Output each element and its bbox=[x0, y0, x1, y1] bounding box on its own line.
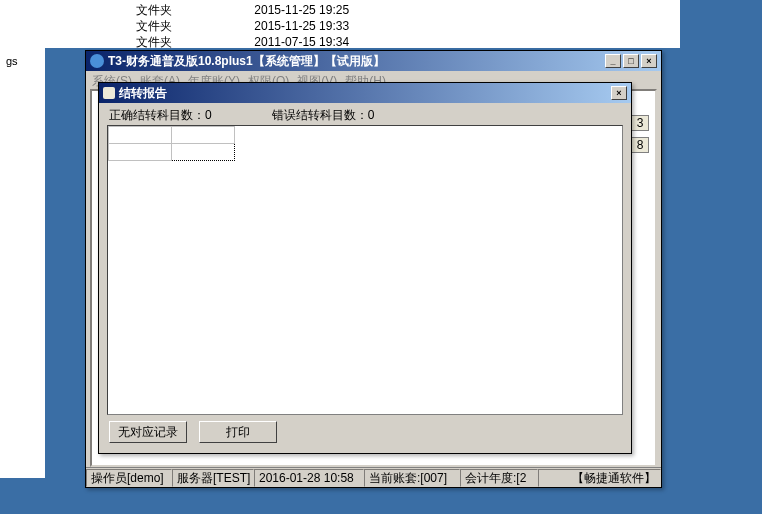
desktop-left-bg bbox=[0, 0, 45, 478]
side-badge-2[interactable]: 8 bbox=[631, 137, 649, 153]
grid-cell[interactable] bbox=[109, 144, 172, 161]
error-count-label: 错误结转科目数：0 bbox=[272, 107, 375, 121]
file-row[interactable]: 文件夹 2015-11-25 19:25 bbox=[136, 2, 349, 19]
dialog-close-button[interactable]: × bbox=[611, 86, 627, 100]
close-button[interactable]: × bbox=[641, 54, 657, 68]
grid-cell-selected[interactable] bbox=[172, 144, 235, 161]
file-type: 文件夹 bbox=[136, 34, 251, 51]
dialog-icon bbox=[103, 87, 115, 99]
status-year: 会计年度:[2 bbox=[460, 469, 538, 487]
file-row[interactable]: 文件夹 2015-11-25 19:33 bbox=[136, 18, 349, 35]
file-row[interactable]: 文件夹 2011-07-15 19:34 bbox=[136, 34, 349, 51]
grid-cell[interactable] bbox=[109, 127, 172, 144]
maximize-button[interactable]: □ bbox=[623, 54, 639, 68]
grid-cell[interactable] bbox=[172, 127, 235, 144]
file-date: 2015-11-25 19:33 bbox=[254, 19, 349, 33]
print-button[interactable]: 打印 bbox=[199, 421, 277, 443]
status-account: 当前账套:[007] bbox=[364, 469, 460, 487]
gs-text: gs bbox=[6, 55, 18, 67]
side-badge-1[interactable]: 3 bbox=[631, 115, 649, 131]
app-icon bbox=[90, 54, 104, 68]
dialog-stats: 正确结转科目数：0 错误结转科目数：0 bbox=[99, 103, 631, 125]
minimize-button[interactable]: _ bbox=[605, 54, 621, 68]
status-datetime: 2016-01-28 10:58 bbox=[254, 469, 364, 487]
file-type: 文件夹 bbox=[136, 18, 251, 35]
report-dialog: 结转报告 × 正确结转科目数：0 错误结转科目数：0 无对应记录 打印 bbox=[98, 82, 632, 454]
file-date: 2015-11-25 19:25 bbox=[254, 3, 349, 17]
correct-count-label: 正确结转科目数：0 bbox=[109, 107, 212, 121]
data-grid[interactable] bbox=[108, 126, 235, 161]
file-date: 2011-07-15 19:34 bbox=[254, 35, 349, 49]
no-records-button[interactable]: 无对应记录 bbox=[109, 421, 187, 443]
main-titlebar[interactable]: T3-财务通普及版10.8plus1【系统管理】【试用版】 _ □ × bbox=[86, 51, 661, 71]
dialog-titlebar[interactable]: 结转报告 × bbox=[99, 83, 631, 103]
statusbar: 操作员[demo] 服务器[TEST] 2016-01-28 10:58 当前账… bbox=[86, 467, 661, 487]
file-type: 文件夹 bbox=[136, 2, 251, 19]
dialog-title: 结转报告 bbox=[119, 85, 167, 102]
status-brand: 【畅捷通软件】 bbox=[538, 469, 661, 487]
status-operator: 操作员[demo] bbox=[86, 469, 172, 487]
status-server: 服务器[TEST] bbox=[172, 469, 254, 487]
dialog-grid-area bbox=[107, 125, 623, 415]
main-title: T3-财务通普及版10.8plus1【系统管理】【试用版】 bbox=[108, 53, 385, 70]
dialog-button-bar: 无对应记录 打印 bbox=[99, 415, 631, 449]
